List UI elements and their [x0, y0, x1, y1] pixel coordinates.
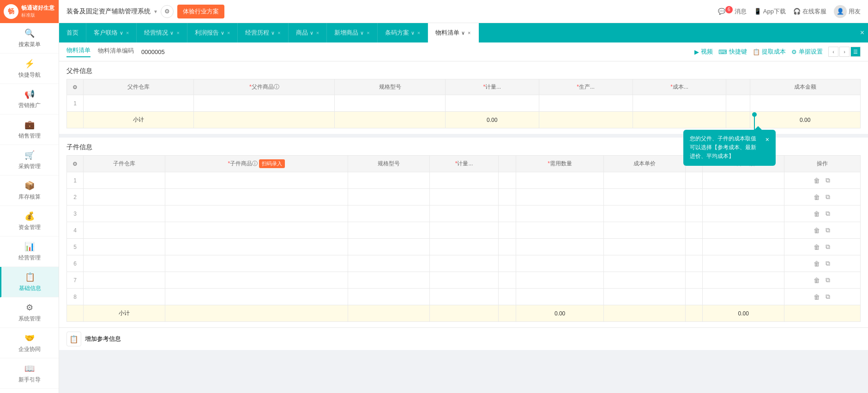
sidebar-item-search[interactable]: 🔍 搜索菜单 — [0, 23, 59, 54]
close-icon[interactable]: × — [126, 30, 129, 36]
child-row-warehouse[interactable] — [84, 206, 165, 222]
user-action[interactable]: 👤 用友 — [834, 5, 861, 18]
sub-tab-bom-code[interactable]: 物料清单编码 — [98, 47, 134, 57]
copy-icon[interactable]: ⧉ — [823, 193, 832, 202]
child-col-setting[interactable]: ⚙ — [67, 156, 84, 172]
shortcut-action[interactable]: ⌨ 快捷键 — [718, 48, 747, 56]
child-row-qty[interactable] — [516, 222, 604, 239]
child-row-measure[interactable] — [429, 239, 499, 255]
tab-customer[interactable]: 客户联络 ∨ × — [86, 23, 137, 42]
child-row-warehouse[interactable] — [84, 272, 165, 289]
child-row-measure[interactable] — [429, 206, 499, 222]
child-row-qty[interactable] — [516, 239, 604, 255]
nav-next-btn[interactable]: › — [839, 47, 850, 57]
child-row-qty[interactable] — [516, 289, 604, 305]
video-action[interactable]: ▶ 视频 — [694, 48, 713, 56]
tab-bom[interactable]: 物料清单 ∨ × — [428, 23, 478, 42]
child-row-measure[interactable] — [429, 172, 499, 189]
sidebar-item-finance[interactable]: 💰 资金管理 — [0, 206, 59, 236]
child-row-warehouse[interactable] — [84, 289, 165, 305]
sidebar-item-marketing[interactable]: 📢 营销推广 — [0, 84, 59, 115]
child-row-goods[interactable] — [165, 239, 348, 255]
sidebar-item-quicknav[interactable]: ⚡ 快捷导航 — [0, 54, 59, 84]
child-row-goods[interactable] — [165, 206, 348, 222]
child-row-measure[interactable] — [429, 289, 499, 305]
child-row-measure[interactable] — [429, 222, 499, 239]
close-icon[interactable]: × — [468, 30, 470, 36]
sidebar-item-collab[interactable]: 🤝 企业协同 — [0, 328, 59, 358]
child-row-spec[interactable] — [348, 172, 430, 189]
experience-button[interactable]: 体验行业方案 — [177, 5, 224, 18]
sidebar-item-inventory[interactable]: 📦 库存核算 — [0, 175, 59, 206]
close-tab-icon[interactable]: × — [860, 29, 864, 37]
sidebar-item-basic[interactable]: 📋 基础信息 — [0, 267, 59, 297]
scan-button[interactable]: 扫码录入 — [259, 159, 285, 168]
child-row-warehouse[interactable] — [84, 222, 165, 239]
copy-icon[interactable]: ⧉ — [823, 209, 832, 218]
copy-icon[interactable]: ⧉ — [823, 276, 832, 285]
child-row-goods[interactable] — [165, 255, 348, 272]
tooltip-close-button[interactable]: × — [766, 134, 769, 145]
online-service-action[interactable]: 🎧 在线客服 — [793, 7, 826, 16]
child-row-spec[interactable] — [348, 189, 430, 206]
doc-settings-action[interactable]: ⚙ 单据设置 — [791, 48, 823, 56]
child-row-qty[interactable] — [516, 206, 604, 222]
child-row-qty[interactable] — [516, 272, 604, 289]
tab-home[interactable]: 首页 — [59, 23, 86, 42]
sidebar-item-purchase[interactable]: 🛒 采购管理 — [0, 145, 59, 175]
child-row-warehouse[interactable] — [84, 239, 165, 255]
copy-icon[interactable]: ⧉ — [823, 292, 832, 302]
close-icon[interactable]: × — [227, 30, 230, 36]
close-icon[interactable]: × — [417, 30, 420, 36]
child-row-measure[interactable] — [429, 255, 499, 272]
delete-icon[interactable]: 🗑 — [812, 292, 821, 302]
tab-profit[interactable]: 利润报告 ∨ × — [187, 23, 238, 42]
settings-button[interactable]: ⚙ — [161, 5, 174, 18]
delete-icon[interactable]: 🗑 — [812, 226, 821, 235]
parent-row-measure[interactable] — [445, 95, 539, 112]
nav-prev-btn[interactable]: ‹ — [828, 47, 838, 57]
copy-icon[interactable]: ⧉ — [823, 259, 832, 268]
child-row-spec[interactable] — [348, 239, 430, 255]
close-icon[interactable]: × — [277, 30, 280, 36]
child-row-warehouse[interactable] — [84, 189, 165, 206]
parent-row-produce[interactable] — [539, 95, 633, 112]
child-row-qty[interactable] — [516, 189, 604, 206]
child-row-measure[interactable] — [429, 189, 499, 206]
child-row-goods[interactable] — [165, 289, 348, 305]
copy-icon[interactable]: ⧉ — [823, 176, 832, 185]
sidebar-item-management[interactable]: 📊 经营管理 — [0, 236, 59, 267]
child-row-goods[interactable] — [165, 272, 348, 289]
sidebar-item-guide[interactable]: 📖 新手引导 — [0, 358, 59, 389]
parent-col-setting[interactable]: ⚙ — [67, 79, 84, 95]
tab-add-goods[interactable]: 新增商品 ∨ × — [327, 23, 377, 42]
tab-barcode[interactable]: 条码方案 ∨ × — [378, 23, 428, 42]
copy-icon[interactable]: ⧉ — [823, 226, 832, 235]
delete-icon[interactable]: 🗑 — [812, 176, 821, 185]
child-row-spec[interactable] — [348, 206, 430, 222]
tab-operation[interactable]: 经营情况 ∨ × — [137, 23, 187, 42]
delete-icon[interactable]: 🗑 — [812, 193, 821, 202]
child-row-spec[interactable] — [348, 255, 430, 272]
bottom-add-icon[interactable]: 📋 — [66, 332, 81, 346]
system-dropdown-arrow[interactable]: ▾ — [154, 8, 157, 15]
child-row-warehouse[interactable] — [84, 172, 165, 189]
close-icon[interactable]: × — [176, 30, 179, 36]
delete-icon[interactable]: 🗑 — [812, 209, 821, 218]
parent-row-warehouse[interactable] — [84, 95, 194, 112]
sidebar-item-system[interactable]: ⚙ 系统管理 — [0, 297, 59, 328]
message-action[interactable]: 💬 6 消息 — [718, 7, 747, 16]
copy-icon[interactable]: ⧉ — [823, 242, 832, 252]
close-icon[interactable]: × — [367, 30, 369, 36]
child-row-warehouse[interactable] — [84, 255, 165, 272]
child-row-measure[interactable] — [429, 272, 499, 289]
app-download-action[interactable]: 📱 App下载 — [754, 7, 786, 16]
delete-icon[interactable]: 🗑 — [812, 276, 821, 285]
child-row-goods[interactable] — [165, 222, 348, 239]
extract-cost-action[interactable]: 📋 提取成本 — [753, 48, 786, 56]
close-icon[interactable]: × — [316, 30, 319, 36]
child-row-spec[interactable] — [348, 289, 430, 305]
tab-goods[interactable]: 商品 ∨ × — [289, 23, 327, 42]
sub-tab-bom-list[interactable]: 物料清单 — [66, 46, 90, 57]
parent-row-goods[interactable] — [194, 95, 335, 112]
